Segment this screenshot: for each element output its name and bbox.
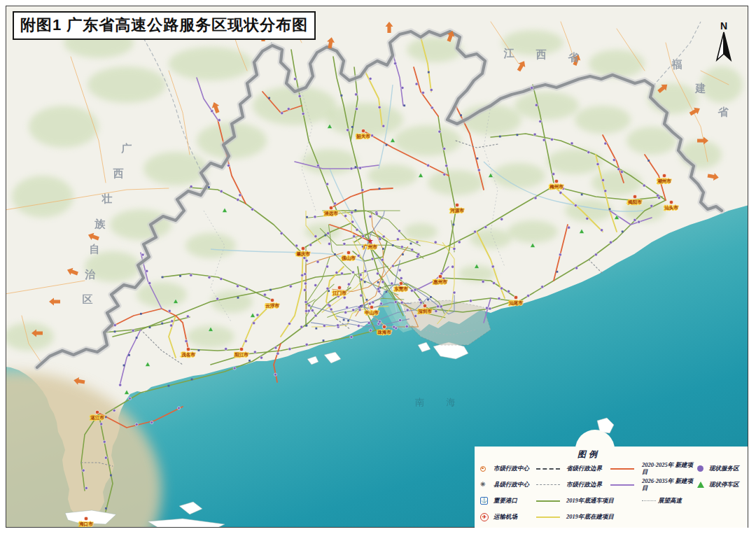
service-area-dot — [370, 134, 373, 137]
city-label: 佛山市 — [341, 255, 356, 261]
service-area-dot — [358, 167, 361, 169]
city-dot-icon — [438, 274, 442, 279]
service-area-dot — [171, 320, 174, 323]
city-center-icon — [480, 466, 491, 472]
service-area-dot — [308, 304, 311, 307]
service-area-dot — [382, 281, 384, 283]
county-center-marker — [334, 253, 336, 255]
county-center-marker — [581, 194, 583, 196]
p2020-line-symbol — [610, 468, 640, 470]
service-area-dot — [550, 138, 553, 141]
county-center-marker — [198, 349, 200, 351]
service-area-dot — [357, 325, 360, 328]
service-area-dot — [314, 216, 316, 218]
county-center-marker — [377, 281, 379, 283]
province-label-jiangxi: 西 — [536, 48, 547, 60]
service-area-dot — [218, 119, 220, 122]
city-label: 潮州市 — [657, 178, 671, 184]
service-area-dot — [534, 197, 537, 199]
city-boundary-symbol — [536, 484, 564, 485]
service-area-dot — [113, 409, 115, 412]
legend-port-label: 重要港口 — [493, 498, 534, 504]
service-area-dot — [434, 241, 437, 244]
legend-title: 图例 — [475, 449, 703, 461]
city-dot-icon — [186, 347, 190, 351]
service-area-dot — [594, 253, 597, 256]
service-area-dot — [294, 78, 297, 80]
prospect-item: 展望高速 — [642, 498, 747, 504]
service-area-dot — [253, 322, 255, 325]
service-area-dot — [208, 276, 211, 279]
service-area-dot — [410, 289, 413, 292]
service-area-dot — [414, 288, 416, 291]
service-area-dot — [113, 324, 116, 327]
service-area-dot — [85, 486, 88, 489]
county-center-marker — [191, 379, 193, 381]
service-area-dot — [353, 235, 356, 238]
service-area-dot — [211, 110, 214, 113]
province-label-guangxi: 治 — [85, 268, 96, 280]
service-area-dot — [415, 83, 418, 85]
open2019-line-symbol — [536, 500, 564, 502]
city-label: 肇庆市 — [296, 251, 310, 256]
service-area-dot — [170, 324, 173, 327]
service-area-dot — [295, 244, 298, 247]
county-center-marker — [453, 224, 455, 226]
service-area-dot — [443, 173, 446, 176]
service-area-dot — [369, 215, 372, 218]
county-center-marker — [248, 360, 251, 362]
county-center-marker — [315, 328, 317, 330]
province-label-guangxi: 西 — [113, 167, 124, 179]
service-area-dot — [612, 159, 615, 162]
service-area-dot — [430, 106, 433, 109]
service-area-dot — [430, 88, 433, 91]
service-area-dot — [351, 220, 354, 223]
service-area-dot — [305, 259, 308, 262]
city-dot-icon — [455, 203, 459, 207]
city-dot-icon — [95, 410, 99, 414]
service-area-dot — [453, 291, 456, 294]
city-dot-icon — [382, 325, 386, 329]
county-center-marker — [402, 253, 404, 255]
sea-label: 南 海 — [415, 397, 465, 407]
service-area-dot — [104, 456, 107, 459]
county-center-marker — [403, 104, 405, 106]
service-area-icon — [697, 465, 707, 472]
service-area-dot — [368, 302, 371, 305]
service-area-dot — [541, 286, 544, 288]
legend-p2026-label: 2026-2035年 新建项目 — [642, 478, 695, 491]
city-dot-icon — [329, 206, 333, 210]
county-center-marker — [517, 134, 519, 136]
service-area-dot — [305, 343, 308, 346]
service-area-dot — [484, 225, 487, 228]
service-area-dot — [351, 271, 354, 274]
service-area-dot — [416, 241, 419, 244]
service-area-dot — [427, 164, 430, 167]
service-area-dot — [380, 302, 383, 305]
county-center-marker — [162, 276, 164, 279]
service-area-dot — [303, 288, 306, 291]
service-area-dot — [346, 306, 349, 309]
service-area-dot — [150, 421, 153, 424]
service-area-dot — [132, 329, 134, 332]
service-area-dot — [276, 352, 279, 355]
service-area-dot — [328, 242, 330, 245]
service-area-dot — [287, 108, 290, 111]
service-area-dot — [498, 297, 500, 300]
province-label-guangxi: 区 — [83, 293, 93, 305]
service-area-dot — [485, 307, 488, 309]
service-area-dot — [575, 267, 578, 269]
service-area-dot — [638, 220, 640, 223]
service-area-dot — [531, 87, 533, 90]
service-area-dot — [326, 183, 329, 185]
service-area-dot — [400, 276, 402, 279]
county-center-marker — [323, 339, 325, 342]
county-center-marker — [268, 97, 270, 99]
service-area-dot — [391, 282, 393, 285]
legend-prospect-label: 展望高速 — [658, 498, 682, 504]
service-area-dot — [360, 294, 363, 297]
service-area-dot — [233, 367, 236, 370]
service-area-dot — [491, 265, 494, 268]
map-title: 附图1 广东省高速公路服务区现状分布图 — [13, 11, 316, 40]
county-center-marker — [128, 354, 130, 356]
